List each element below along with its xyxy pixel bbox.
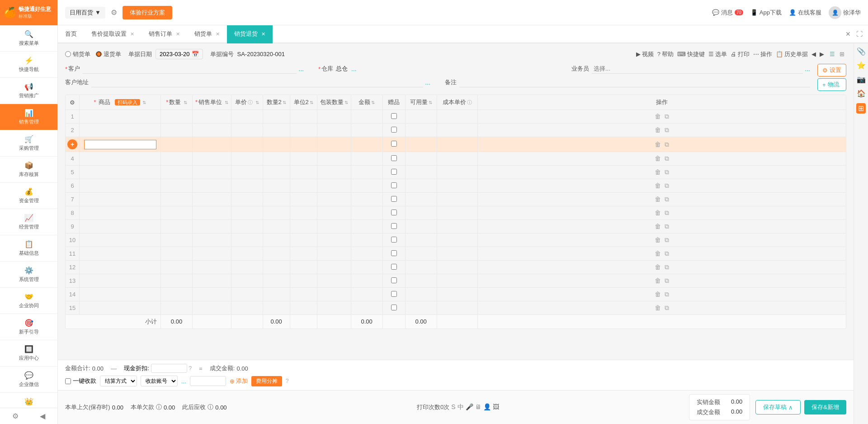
right-float-photo[interactable]: 📷 <box>857 75 866 84</box>
gift-cell-15[interactable] <box>382 301 405 315</box>
available-cell-15[interactable] <box>405 301 437 315</box>
grid-view-btn[interactable]: ⊞ <box>838 50 846 58</box>
sidebar-item-purchase[interactable]: 🛒 采购管理 <box>0 130 57 157</box>
unit-cell-14[interactable] <box>193 288 231 301</box>
qty2-cell-1[interactable] <box>263 110 290 124</box>
tab-close-sales[interactable]: ✕ <box>216 31 220 37</box>
delete-icon-11[interactable]: 🗑 <box>655 250 661 257</box>
icon-img[interactable]: 🖼 <box>493 403 499 411</box>
icon-mic[interactable]: 🎤 <box>466 403 473 411</box>
pkg-cell-15[interactable] <box>317 301 351 315</box>
icon-zh[interactable]: 中 <box>458 403 464 411</box>
gift-checkbox-3[interactable] <box>391 141 397 147</box>
sidebar-item-operations[interactable]: 📈 经营管理 <box>0 209 57 235</box>
available-cell-1[interactable] <box>405 110 437 124</box>
gift-cell-14[interactable] <box>382 288 405 301</box>
pkg-cell-8[interactable] <box>317 206 351 220</box>
unit2-cell-3[interactable] <box>290 137 317 152</box>
header-settings-icon[interactable]: ⚙ <box>111 8 117 17</box>
price-cell-15[interactable] <box>231 301 263 315</box>
unit-cell-13[interactable] <box>193 274 231 288</box>
copy-icon-8[interactable]: ⧉ <box>665 209 669 217</box>
amount-cell-15[interactable] <box>351 301 382 315</box>
qty-cell-15[interactable] <box>161 301 193 315</box>
unit-cell-1[interactable] <box>193 110 231 124</box>
unit2-cell-15[interactable] <box>290 301 317 315</box>
pkg-cell-14[interactable] <box>317 288 351 301</box>
gift-cell-10[interactable] <box>382 233 405 247</box>
copy-icon-15[interactable]: ⧉ <box>665 304 669 312</box>
sidebar-item-shortcut[interactable]: ⚡ 快捷导航 <box>0 52 57 78</box>
available-cell-12[interactable] <box>405 261 437 274</box>
gift-cell-13[interactable] <box>382 274 405 288</box>
price-cell-5[interactable] <box>231 166 263 179</box>
qty2-cell-15[interactable] <box>263 301 290 315</box>
product-cell-11[interactable] <box>80 247 161 261</box>
product-cell-6[interactable] <box>80 179 161 193</box>
date-picker[interactable]: 2023-03-20 📅 <box>156 49 203 59</box>
available-cell-9[interactable] <box>405 220 437 233</box>
unit2-cell-14[interactable] <box>290 288 317 301</box>
unit-cell-4[interactable] <box>193 152 231 166</box>
available-cell-11[interactable] <box>405 247 437 261</box>
cost-cell-13[interactable] <box>437 274 477 288</box>
gift-checkbox-11[interactable] <box>391 250 397 256</box>
gift-checkbox-9[interactable] <box>391 223 397 229</box>
pkg-cell-9[interactable] <box>317 220 351 233</box>
unit-sort[interactable]: ⇅ <box>225 100 228 105</box>
address-dots[interactable]: ... <box>425 79 430 86</box>
amount-cell-12[interactable] <box>351 261 382 274</box>
qty-cell-11[interactable] <box>161 247 193 261</box>
qty-cell-7[interactable] <box>161 193 193 206</box>
product-cell-12[interactable] <box>80 261 161 274</box>
gift-cell-5[interactable] <box>382 166 405 179</box>
pkg-cell-4[interactable] <box>317 152 351 166</box>
delete-icon-3[interactable]: 🗑 <box>655 141 661 148</box>
daily-selector[interactable]: 日用百货 ▼ <box>65 7 105 19</box>
list-view-btn[interactable]: ☰ <box>828 50 837 58</box>
qty-cell-10[interactable] <box>161 233 193 247</box>
method-select[interactable]: 结算方式 <box>100 376 137 386</box>
select-action[interactable]: ☰ 选单 <box>708 50 727 58</box>
add-row-btn[interactable]: + <box>67 139 77 149</box>
cost-cell-2[interactable] <box>437 124 477 137</box>
history-action[interactable]: 📋 历史单据 <box>776 50 808 58</box>
price-cell-4[interactable] <box>231 152 263 166</box>
amount-cell-14[interactable] <box>351 288 382 301</box>
icon-screen[interactable]: 🖥 <box>475 403 481 411</box>
qty-cell-12[interactable] <box>161 261 193 274</box>
price-cell-7[interactable] <box>231 193 263 206</box>
next-record[interactable]: ▶ <box>820 51 824 57</box>
customer-input[interactable] <box>83 64 297 74</box>
user-item[interactable]: 👤 徐泽华 <box>829 6 861 19</box>
qty-cell-9[interactable] <box>161 220 193 233</box>
gift-checkbox-8[interactable] <box>391 210 397 215</box>
delete-icon-12[interactable]: 🗑 <box>655 263 661 271</box>
qty2-cell-2[interactable] <box>263 124 290 137</box>
qty2-cell-7[interactable] <box>263 193 290 206</box>
tab-close-icon[interactable]: ✕ <box>844 29 853 38</box>
qty2-sort[interactable]: ⇅ <box>283 100 286 105</box>
pkg-cell-7[interactable] <box>317 193 351 206</box>
product-cell-1[interactable] <box>80 110 161 124</box>
copy-icon-13[interactable]: ⧉ <box>665 277 669 285</box>
app-download-item[interactable]: 📱 App下载 <box>750 9 782 17</box>
qty-sort[interactable]: ⇅ <box>184 100 187 105</box>
available-cell-13[interactable] <box>405 274 437 288</box>
gift-checkbox-15[interactable] <box>391 305 397 310</box>
unit-cell-12[interactable] <box>193 261 231 274</box>
qty-cell-5[interactable] <box>161 166 193 179</box>
qty-cell-2[interactable] <box>161 124 193 137</box>
remarks-input[interactable] <box>459 77 810 87</box>
available-cell-3[interactable] <box>405 137 437 152</box>
cost-cell-12[interactable] <box>437 261 477 274</box>
copy-icon-2[interactable]: ⧉ <box>665 126 669 134</box>
gift-checkbox-5[interactable] <box>391 169 397 175</box>
available-cell-2[interactable] <box>405 124 437 137</box>
scan-input-btn[interactable]: 扫码录入 <box>115 99 140 105</box>
right-float-star[interactable]: ⭐ <box>857 61 866 70</box>
pkg-sort[interactable]: ⇅ <box>344 100 348 105</box>
tab-price-settings[interactable]: 售价提取设置✕ <box>84 25 142 43</box>
gift-checkbox-6[interactable] <box>391 182 397 188</box>
unit2-cell-12[interactable] <box>290 261 317 274</box>
